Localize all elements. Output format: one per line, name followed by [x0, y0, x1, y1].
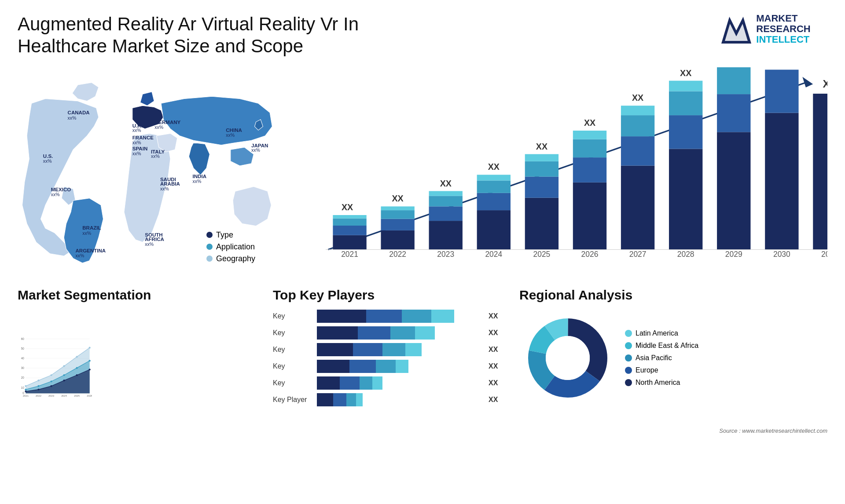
player-bar-5-seg1: [317, 376, 340, 390]
svg-rect-12: [381, 206, 414, 210]
legend-north-america: North America: [625, 379, 698, 387]
svg-text:40: 40: [21, 357, 25, 360]
svg-rect-26: [573, 157, 606, 183]
bar-label-11: XX: [823, 78, 827, 90]
svg-rect-28: [573, 131, 606, 139]
svg-rect-38: [717, 94, 750, 132]
svg-point-69: [37, 380, 39, 381]
map-val-uk: xx%: [132, 128, 141, 133]
page-title: Augmented Reality Ar Virtual Reality Vr …: [18, 13, 414, 58]
player-bar-1-seg3: [402, 310, 431, 323]
donut-legend-row: Latin America Middle East & Africa Asia …: [519, 310, 827, 406]
svg-rect-15: [429, 196, 463, 206]
svg-text:2022: 2022: [36, 394, 41, 397]
svg-point-81: [37, 388, 39, 390]
year-label-2: 2022: [389, 250, 406, 259]
dot-asia-pacific: [625, 354, 632, 362]
svg-rect-13: [429, 221, 463, 249]
svg-rect-25: [573, 183, 606, 250]
svg-rect-17: [477, 210, 511, 249]
player-bar-3-seg2: [353, 343, 382, 356]
map-val-argentina: xx%: [75, 253, 84, 258]
bar-label-2: XX: [392, 194, 404, 203]
donut-center: [546, 336, 590, 380]
player-bar-4-seg3: [376, 360, 396, 373]
player-label-2: Key: [273, 329, 312, 337]
year-label-8: 2028: [677, 250, 694, 259]
logo-line1: MARKET: [756, 13, 810, 24]
player-bar-6-seg1: [317, 393, 333, 406]
svg-rect-33: [669, 149, 702, 249]
donut-chart: [519, 310, 616, 406]
map-val-spain: xx%: [132, 151, 141, 156]
player-bar-3: [317, 343, 481, 356]
source-text: Source : www.marketresearchintellect.com: [0, 424, 845, 434]
segmentation-section: Market Segmentation 60 50 40 30 20 10 0: [18, 288, 264, 424]
svg-text:2025: 2025: [74, 394, 80, 397]
svg-text:60: 60: [21, 337, 25, 340]
player-value-5: XX: [489, 379, 502, 387]
player-bar-2-seg2: [358, 326, 390, 340]
player-bar-5-seg3: [360, 376, 373, 390]
logo-line2: RESEARCH: [756, 24, 810, 34]
map-val-us: xx%: [43, 158, 52, 163]
player-bar-3-seg1: [317, 343, 353, 356]
svg-rect-27: [573, 139, 606, 157]
svg-text:30: 30: [21, 366, 25, 369]
map-val-saudi: xx%: [160, 186, 169, 191]
seg-chart: 60 50 40 30 20 10 0: [18, 310, 92, 424]
bar-label-8: XX: [680, 68, 691, 77]
svg-rect-5: [333, 235, 366, 250]
svg-rect-24: [525, 154, 558, 161]
svg-rect-23: [525, 161, 558, 177]
svg-rect-39: [717, 67, 750, 94]
svg-rect-30: [621, 136, 654, 166]
map-val-brazil: xx%: [82, 230, 91, 236]
svg-rect-6: [333, 226, 366, 235]
svg-point-71: [63, 365, 65, 367]
svg-rect-9: [381, 230, 414, 250]
players-list: Key XX Key: [273, 310, 502, 406]
svg-rect-42: [813, 94, 827, 250]
player-bar-1-seg2: [366, 310, 402, 323]
segmentation-title: Market Segmentation: [18, 288, 255, 303]
svg-rect-16: [429, 191, 463, 196]
player-bar-4: [317, 360, 481, 373]
svg-point-83: [63, 380, 65, 381]
player-bar-5-seg2: [340, 376, 360, 390]
svg-rect-40: [765, 113, 798, 249]
player-row-5: Key XX: [273, 376, 502, 390]
map-val-safrica: xx%: [145, 241, 154, 247]
svg-text:2026: 2026: [87, 394, 92, 397]
map-label-argentina: ARGENTINA: [75, 248, 106, 253]
player-bar-1: [317, 310, 481, 323]
map-val-canada: xx%: [68, 115, 77, 121]
label-asia-pacific: Asia Pacific: [636, 354, 672, 362]
svg-rect-21: [525, 198, 558, 250]
player-value-1: XX: [489, 312, 502, 320]
svg-point-77: [63, 374, 65, 376]
player-bar-4-seg4: [396, 360, 409, 373]
world-map: CANADA xx% U.S. xx% MEXICO xx% BRAZIL xx…: [18, 66, 286, 274]
map-val-india: xx%: [193, 179, 202, 184]
svg-rect-36: [669, 80, 702, 91]
player-value-3: XX: [489, 346, 502, 354]
legend-asia-pacific: Asia Pacific: [625, 354, 698, 362]
svg-rect-8: [333, 215, 366, 219]
regional-legend: Latin America Middle East & Africa Asia …: [625, 329, 698, 387]
year-label-6: 2026: [581, 250, 599, 259]
dot-latin-america: [625, 330, 632, 337]
svg-point-80: [25, 391, 26, 392]
main-content: CANADA xx% U.S. xx% MEXICO xx% BRAZIL xx…: [0, 62, 845, 424]
year-label-9: 2029: [725, 250, 742, 259]
svg-rect-32: [621, 106, 654, 115]
dot-europe: [625, 367, 632, 374]
svg-rect-11: [381, 210, 414, 219]
svg-point-85: [89, 369, 91, 370]
legend-europe: Europe: [625, 366, 698, 374]
svg-text:2023: 2023: [48, 394, 54, 397]
player-value-2: XX: [489, 329, 502, 337]
bar-label-6: XX: [584, 118, 595, 128]
year-label-3: 2023: [437, 250, 454, 259]
year-label-10: 2030: [773, 250, 790, 259]
